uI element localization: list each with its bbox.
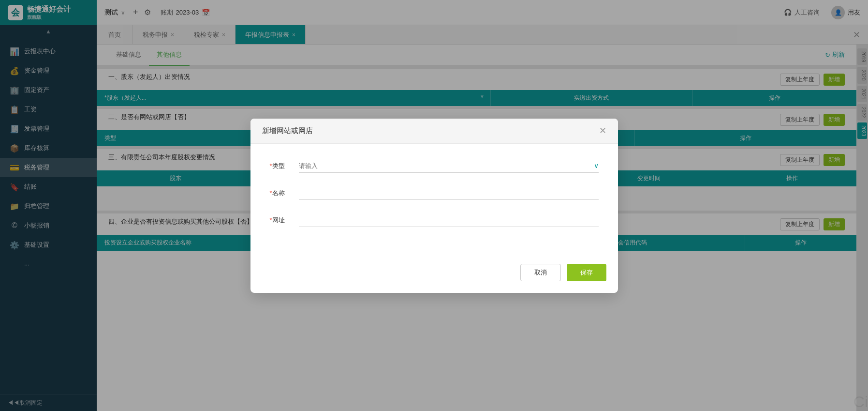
type-field-label: *类型 [270,162,299,170]
type-input[interactable] [299,159,594,172]
modal-footer: 取消 保存 [250,256,618,293]
type-dropdown-icon[interactable]: ∨ [594,162,599,169]
name-input[interactable] [299,186,599,199]
modal-field-name: *名称 [270,186,599,200]
name-field-label: *名称 [270,189,299,198]
modal-title: 新增网站或网店 [262,126,313,136]
save-btn[interactable]: 保存 [567,264,606,281]
required-mark3: * [270,216,272,224]
modal-field-type: *类型 ∨ [270,159,599,173]
modal-backdrop: 新增网站或网店 ✕ *类型 ∨ [97,0,868,411]
modal-body: *类型 ∨ *名称 [250,144,618,256]
required-mark: * [270,162,272,169]
url-field-label: *网址 [270,216,299,225]
add-website-modal: 新增网站或网店 ✕ *类型 ∨ [250,119,618,293]
modal-header: 新增网站或网店 ✕ [250,119,618,144]
name-input-wrapper [299,186,599,200]
url-input[interactable] [299,213,599,227]
required-mark2: * [270,189,272,197]
main-area: 测试 ∨ + ⚙ 账期 2023-03 📅 🎧 人工咨询 👤 用友 首页税务申报… [97,0,868,411]
modal-field-url: *网址 [270,213,599,227]
cancel-btn[interactable]: 取消 [520,264,561,281]
modal-close-btn[interactable]: ✕ [599,126,606,135]
url-input-wrapper [299,213,599,227]
type-input-wrapper: ∨ [299,159,599,173]
